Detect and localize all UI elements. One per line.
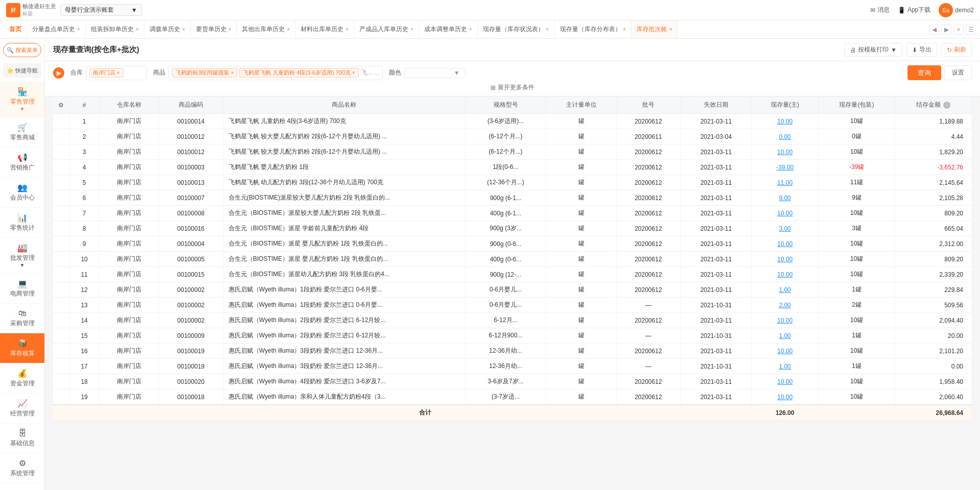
- print-button[interactable]: 🖨 按模板打印 ▼: [844, 43, 902, 57]
- close-icon[interactable]: ×: [229, 27, 232, 32]
- cell-expiry: 2021-03-11: [680, 190, 752, 206]
- tab-home[interactable]: 首页: [4, 20, 27, 39]
- query-button[interactable]: 查询: [908, 65, 941, 80]
- logo-icon: 好: [6, 3, 20, 17]
- export-button[interactable]: ⬇ 导出: [906, 43, 937, 57]
- cell-qty-main[interactable]: 0.00: [752, 129, 818, 144]
- query-actions: 查询 设置: [908, 65, 972, 80]
- sidebar-item-ecommerce[interactable]: 💻 电商管理: [0, 274, 44, 304]
- cell-unit: 罐: [546, 344, 616, 359]
- cell-qty-main[interactable]: 9.00: [752, 190, 818, 206]
- cell-qty-main[interactable]: 10.00: [752, 313, 818, 328]
- sidebar-item-retail-stats[interactable]: 📊 零售统计: [0, 208, 44, 238]
- cell-unit: 罐: [546, 206, 616, 221]
- expand-more-button[interactable]: ⊞ 展开更多条件: [491, 83, 534, 92]
- close-icon[interactable]: ×: [287, 27, 290, 32]
- remove-goods-tag-1[interactable]: ×: [352, 70, 355, 76]
- cell-qty-pkg: 10罐: [818, 144, 895, 160]
- cell-qty-main[interactable]: 10.00: [752, 374, 818, 389]
- cell-balance: 1,829.20: [895, 144, 972, 160]
- sidebar-item-basic[interactable]: 🗄 基础信息: [0, 424, 44, 453]
- cell-qty-main[interactable]: 10.00: [752, 206, 818, 221]
- color-filter-input[interactable]: ▼: [404, 68, 465, 78]
- close-icon[interactable]: ×: [136, 27, 139, 32]
- settings-button[interactable]: 设置: [944, 65, 972, 80]
- cell-qty-main[interactable]: 1.00: [752, 328, 818, 344]
- tab-disassembly[interactable]: 组装拆卸单历史 ×: [86, 20, 144, 39]
- app-download-button[interactable]: 📱 App下载: [898, 6, 930, 14]
- sidebar-item-purchase[interactable]: 🛍 采购管理: [0, 304, 44, 333]
- cell-qty-main[interactable]: 10.00: [752, 252, 818, 267]
- cell-qty-main[interactable]: 3.00: [752, 221, 818, 236]
- cell-qty-main[interactable]: 10.00: [752, 114, 818, 129]
- remove-goods-tag-0[interactable]: ×: [231, 70, 234, 76]
- close-icon[interactable]: ×: [410, 27, 413, 32]
- sidebar-item-retail[interactable]: 🏪 零售管理 ▼: [0, 82, 44, 117]
- refresh-button[interactable]: ↻ 刷新: [941, 43, 972, 57]
- cell-expiry: 2021-03-11: [680, 282, 752, 298]
- cell-name: 合生元（BIOSTIME）派星 学龄前儿童配方奶粉 4段: [223, 221, 465, 236]
- close-icon[interactable]: ×: [77, 27, 80, 32]
- user-menu[interactable]: Ea demo2: [939, 3, 974, 17]
- close-icon[interactable]: ×: [346, 27, 349, 32]
- cell-batch: 20200612: [616, 144, 680, 160]
- warehouse-tag-container[interactable]: 南岸门店 ×: [86, 66, 147, 80]
- search-menu-button[interactable]: 🔍 搜索菜单: [3, 43, 41, 57]
- cell-qty-main[interactable]: 10.00: [752, 236, 818, 252]
- remove-warehouse-tag[interactable]: ×: [117, 70, 120, 76]
- filter-toggle[interactable]: ▶: [53, 67, 64, 79]
- cell-name: 飞鹤星飞帆 较大婴儿配方奶粉 2段(6-12个月婴幼儿适用) ...: [223, 144, 465, 160]
- tab-purchase[interactable]: 要货单历史 ×: [191, 20, 237, 39]
- cell-unit: 罐: [546, 389, 616, 405]
- messages-button[interactable]: ✉ 消息: [870, 6, 890, 14]
- cell-qty-main[interactable]: 2.00: [752, 298, 818, 313]
- cell-warehouse: 南岸门店: [99, 344, 159, 359]
- info-icon[interactable]: i: [943, 102, 950, 109]
- cell-code: 00100003: [159, 160, 223, 175]
- org-selector[interactable]: 母婴行业演示账套 ▼: [60, 4, 142, 16]
- sidebar-item-retail-shop[interactable]: 🛒 零售商城: [0, 117, 44, 148]
- sidebar-item-inventory[interactable]: 📦 库存核算: [0, 333, 44, 363]
- cell-qty-main[interactable]: 11.00: [752, 175, 818, 190]
- sidebar-item-finance[interactable]: 💰 资金管理: [0, 363, 44, 394]
- table-row: 6 南岸门店 00100007 合生元(BIOSTIME)派星较大婴儿配方奶粉 …: [53, 190, 972, 206]
- nav-menu[interactable]: ☰: [966, 24, 976, 35]
- sidebar-item-wholesale[interactable]: 🏭 批发管理 ▼: [0, 238, 44, 274]
- cell-qty-main[interactable]: -39.00: [752, 160, 818, 175]
- th-settings[interactable]: ⚙: [53, 96, 69, 114]
- tab-split-inventory[interactable]: 分量盘点单历史 ×: [27, 20, 86, 39]
- cell-unit: 罐: [546, 374, 616, 389]
- sidebar-item-marketing[interactable]: 📢 营销推广: [0, 148, 44, 178]
- tab-other-out[interactable]: 其他出库单历史 ×: [237, 20, 296, 39]
- cell-qty-main[interactable]: 10.00: [752, 389, 818, 405]
- tab-product-in[interactable]: 产成品入库单历史 ×: [354, 20, 419, 39]
- close-icon[interactable]: ×: [182, 27, 185, 32]
- close-icon[interactable]: ×: [623, 27, 626, 32]
- cell-code: 00100014: [159, 114, 223, 129]
- tab-material-out[interactable]: 材料出库单历史 ×: [296, 20, 354, 39]
- sidebar-item-operations[interactable]: 📈 经营管理: [0, 394, 44, 424]
- tab-inventory-dist[interactable]: 现存量（库存分布表） ×: [555, 20, 632, 39]
- sidebar-item-system[interactable]: ⚙ 系统管理: [0, 453, 44, 483]
- tab-batch-voucher[interactable]: 库存批次账 ×: [631, 20, 678, 39]
- cell-qty-main[interactable]: 1.00: [752, 282, 818, 298]
- shortcut-nav-button[interactable]: ⭐ 快捷导航: [3, 63, 41, 78]
- tab-mix[interactable]: 调拨单历史 ×: [144, 20, 191, 39]
- close-icon[interactable]: ×: [669, 27, 672, 32]
- cell-qty-main[interactable]: 1.00: [752, 359, 818, 374]
- goods-tag-container[interactable]: 飞鹤奶粉3段丙罐搅装 × 飞鹤星飞帆 儿童奶粉 4段(3-6岁适用) 700克 …: [168, 66, 383, 80]
- nav-left-arrow[interactable]: ◀: [929, 24, 939, 35]
- cell-expiry: 2021-03-11: [680, 206, 752, 221]
- cell-qty-main[interactable]: 10.00: [752, 267, 818, 282]
- sidebar-item-member[interactable]: 👥 会员中心: [0, 178, 44, 208]
- close-icon[interactable]: ×: [469, 27, 472, 32]
- cell-qty-main[interactable]: 10.00: [752, 144, 818, 160]
- close-icon[interactable]: ×: [546, 27, 549, 32]
- nav-close-all[interactable]: ×: [953, 24, 964, 35]
- tab-inventory-status[interactable]: 现存量（库存状况表） ×: [478, 20, 555, 39]
- finance-icon: 💰: [2, 369, 42, 378]
- cell-qty-main[interactable]: 10.00: [752, 344, 818, 359]
- sidebar-item-enterprise[interactable]: 🤝 企业协同: [0, 483, 44, 490]
- nav-right-arrow[interactable]: ▶: [941, 24, 951, 35]
- tab-cost-adjust[interactable]: 成本调整单历史 ×: [419, 20, 478, 39]
